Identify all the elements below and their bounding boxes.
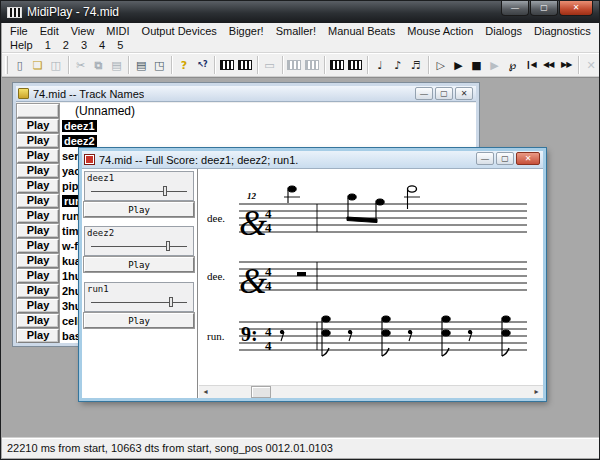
- track-play-button[interactable]: Play: [17, 149, 59, 163]
- volume-slider[interactable]: [91, 191, 187, 192]
- toolbar-context-help-icon[interactable]: ↖?: [193, 55, 211, 75]
- maximize-button[interactable]: ▢: [530, 1, 558, 16]
- scroll-right-arrow[interactable]: ▸: [530, 386, 543, 398]
- track-play-button[interactable]: Play: [17, 284, 59, 298]
- track-play-button[interactable]: Play: [17, 329, 59, 343]
- track-name-label[interactable]: cell: [62, 315, 80, 327]
- toolbar-loop-icon[interactable]: ℘: [503, 55, 521, 75]
- play-glyph: ▶: [454, 60, 462, 71]
- menu-4[interactable]: 4: [93, 39, 111, 51]
- menu-output-devices[interactable]: Output Devices: [136, 25, 223, 37]
- full-score-title-bar[interactable]: 74.mid -- Full Score: deez1; deez2; run1…: [82, 151, 543, 169]
- toolbar-play-outline-icon[interactable]: ▷: [432, 55, 450, 75]
- track-play-button[interactable]: Play: [17, 269, 59, 283]
- score-close-button[interactable]: ✕: [516, 152, 540, 165]
- scroll-thumb[interactable]: [251, 386, 271, 398]
- toolbar-new-icon[interactable]: ▯: [11, 55, 29, 75]
- track-name-label[interactable]: ser: [62, 150, 79, 162]
- toolbar-note-eighth-icon[interactable]: ♪: [389, 55, 407, 75]
- toolbar-open-icon[interactable]: ❏: [29, 55, 47, 75]
- menu-midi[interactable]: MIDI: [100, 25, 135, 37]
- track-maximize-button[interactable]: ▢: [435, 87, 453, 100]
- track-play-button[interactable]: Play: [17, 254, 59, 268]
- toolbar-separator: [68, 56, 69, 74]
- menu-smaller[interactable]: Smaller!: [270, 25, 322, 37]
- score-maximize-button[interactable]: ▢: [496, 152, 514, 165]
- menu-dialogs[interactable]: Dialogs: [479, 25, 528, 37]
- track-close-button[interactable]: ✕: [455, 87, 473, 100]
- track-name-label[interactable]: (Unnamed): [75, 104, 135, 118]
- track-name-label[interactable]: tim: [62, 225, 79, 237]
- close-button[interactable]: ✕: [559, 1, 593, 16]
- track-window-icon: [18, 88, 29, 99]
- track-names-title-bar[interactable]: 74.mid -- Track Names — ▢ ✕: [16, 86, 476, 102]
- menu-2[interactable]: 2: [57, 39, 75, 51]
- toolbar-piano-tracks-icon[interactable]: [218, 55, 236, 75]
- toolbar-play-selection-icon: ▶: [485, 55, 503, 75]
- volume-slider-thumb[interactable]: [169, 297, 173, 307]
- channel-play-button[interactable]: Play: [84, 257, 194, 272]
- rewind-glyph: ◀◀: [543, 61, 553, 69]
- track-play-button[interactable]: Play: [17, 179, 59, 193]
- toolbar-help-icon[interactable]: ?: [175, 55, 193, 75]
- track-play-button[interactable]: Play: [17, 134, 59, 148]
- track-play-button[interactable]: Play: [17, 299, 59, 313]
- channel-play-button[interactable]: Play: [84, 313, 194, 328]
- toolbar-piano-tracks-2-icon[interactable]: [236, 55, 254, 75]
- track-name-label[interactable]: yac: [62, 165, 80, 177]
- track-play-button[interactable]: Play: [17, 314, 59, 328]
- track-name-label[interactable]: run: [62, 210, 80, 222]
- treble-clef-icon: &: [239, 261, 267, 301]
- scroll-left-arrow[interactable]: ◂: [199, 386, 212, 398]
- toolbar-stop-icon[interactable]: ■: [468, 55, 486, 75]
- track-play-button[interactable]: Play: [17, 119, 59, 133]
- toolbar-fast-forward-icon[interactable]: ▶▶: [557, 55, 575, 75]
- track-name-label[interactable]: pip: [62, 180, 79, 192]
- help-glyph: ?: [181, 60, 187, 71]
- menu-help[interactable]: Help: [4, 39, 39, 51]
- toolbar-note-beamed-icon[interactable]: ♬: [407, 55, 425, 75]
- menu-manual-beats[interactable]: Manual Beats: [322, 25, 401, 37]
- toolbar-grip[interactable]: [5, 56, 8, 74]
- minimize-button[interactable]: —: [501, 1, 529, 16]
- toolbar-piano-score-icon[interactable]: [328, 55, 346, 75]
- menu-5[interactable]: 5: [111, 39, 129, 51]
- track-empty-button[interactable]: [17, 104, 59, 118]
- toolbar-play-icon[interactable]: ▶: [450, 55, 468, 75]
- volume-slider-thumb[interactable]: [166, 241, 170, 251]
- toolbar-copy-icon: ⧉: [90, 55, 108, 75]
- volume-slider[interactable]: [91, 246, 187, 247]
- track-play-button[interactable]: Play: [17, 194, 59, 208]
- track-play-button[interactable]: Play: [17, 239, 59, 253]
- toolbar-piano-score-2-icon[interactable]: [346, 55, 364, 75]
- score-horizontal-scrollbar[interactable]: ◂ ▸: [199, 385, 543, 398]
- track-name-label[interactable]: w-f: [62, 240, 78, 252]
- track-play-button[interactable]: Play: [17, 224, 59, 238]
- track-row: (Unnamed): [16, 103, 476, 118]
- menu-file[interactable]: File: [4, 25, 34, 37]
- channel-play-button[interactable]: Play: [84, 202, 194, 217]
- piano-tracks-glyph: [220, 60, 234, 70]
- track-play-button[interactable]: Play: [17, 209, 59, 223]
- channel-group-run1: run1Play: [84, 282, 194, 328]
- volume-slider-thumb[interactable]: [163, 186, 167, 196]
- menu-diagnostics[interactable]: Diagnostics: [528, 25, 597, 37]
- full-score-window: 74.mid -- Full Score: deez1; deez2; run1…: [79, 148, 546, 401]
- menu-view[interactable]: View: [65, 25, 101, 37]
- track-play-button[interactable]: Play: [17, 164, 59, 178]
- toolbar-skip-to-start-icon[interactable]: ❙◀: [521, 55, 539, 75]
- toolbar-print-icon[interactable]: ▤: [132, 55, 150, 75]
- toolbar-print-preview-icon[interactable]: ◳: [150, 55, 168, 75]
- time-signature-bottom: 4: [265, 338, 272, 353]
- menu-mouse-action[interactable]: Mouse Action: [401, 25, 479, 37]
- menu-bigger[interactable]: Bigger!: [223, 25, 270, 37]
- track-name-label[interactable]: deez2: [62, 135, 97, 147]
- menu-edit[interactable]: Edit: [34, 25, 65, 37]
- score-minimize-button[interactable]: —: [476, 152, 494, 165]
- toolbar-rewind-icon[interactable]: ◀◀: [539, 55, 557, 75]
- menu-3[interactable]: 3: [75, 39, 93, 51]
- track-name-label[interactable]: deez1: [62, 120, 97, 132]
- track-minimize-button[interactable]: —: [415, 87, 433, 100]
- menu-1[interactable]: 1: [39, 39, 57, 51]
- toolbar-note-quarter-icon[interactable]: ♩: [371, 55, 389, 75]
